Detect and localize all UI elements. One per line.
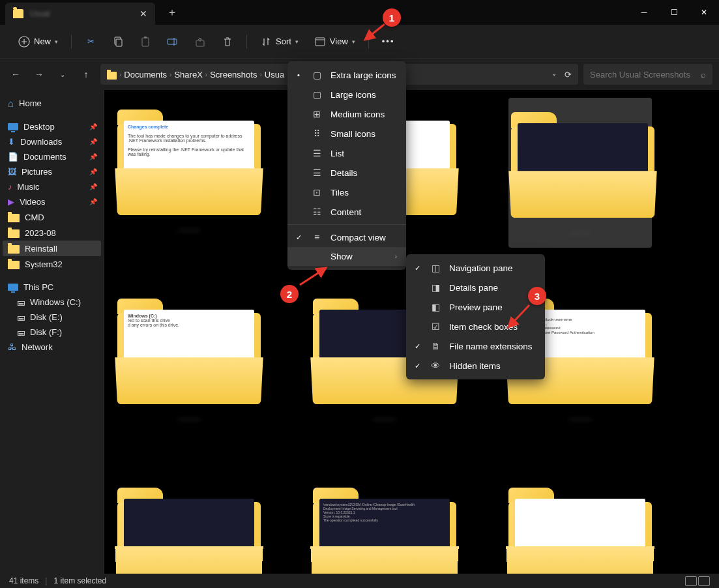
- chevron-down-icon: ▾: [295, 38, 299, 45]
- checkbox-icon: ☑: [430, 321, 441, 332]
- show-hidden[interactable]: ✓👁Hidden items: [406, 356, 545, 375]
- annotation-callout-2: 2: [280, 285, 299, 303]
- view-medium[interactable]: ⊞Medium icons: [287, 104, 406, 124]
- pin-icon: 📌: [89, 123, 97, 130]
- view-content[interactable]: ☷Content: [287, 202, 406, 222]
- folder-item[interactable]: Changes completeThe tool has made change…: [117, 98, 261, 248]
- delete-button[interactable]: [215, 32, 240, 51]
- new-tab-button[interactable]: ＋: [167, 6, 177, 20]
- titlebar: Usual ✕ ＋ ─ ☐ ✕: [0, 0, 719, 25]
- sidebar: ⌂Home Desktop📌 ⬇Downloads📌 📄Documents📌 🖼…: [0, 90, 104, 574]
- sidebar-folder[interactable]: Reinstall: [3, 241, 101, 256]
- sidebar-videos[interactable]: ▶Videos📌: [3, 194, 101, 209]
- view-show[interactable]: Show›: [287, 247, 406, 266]
- chevron-down-icon: ▾: [55, 38, 58, 45]
- breadcrumb-item[interactable]: Screenshots: [210, 70, 257, 80]
- window-controls: ─ ☐ ✕: [629, 0, 719, 25]
- view-list[interactable]: ☰List: [287, 143, 406, 163]
- paste-button[interactable]: [133, 32, 158, 51]
- sidebar-drive[interactable]: 🖴Disk (E:): [3, 310, 101, 325]
- folder-item[interactable]: [508, 476, 652, 574]
- svg-rect-3: [142, 38, 149, 46]
- sidebar-music[interactable]: ♪Music📌: [3, 179, 101, 194]
- sidebar-documents[interactable]: 📄Documents📌: [3, 149, 101, 164]
- toolbar: New ▾ ✂ Sort ▾ View ▾ •••: [0, 25, 719, 59]
- sidebar-folder[interactable]: 2023-08: [3, 225, 101, 241]
- sidebar-downloads[interactable]: ⬇Downloads📌: [3, 134, 101, 149]
- pane-icon: ◨: [430, 282, 441, 293]
- sort-button[interactable]: Sort ▾: [254, 32, 305, 51]
- view-dropdown: •▢Extra large icons ▢Large icons ⊞Medium…: [287, 61, 406, 270]
- file-icon: 🗎: [430, 341, 441, 351]
- show-extensions[interactable]: ✓🗎File name extensions: [406, 336, 545, 356]
- sidebar-home[interactable]: ⌂Home: [3, 95, 101, 111]
- pin-icon: 📌: [89, 138, 97, 145]
- view-extra-large[interactable]: •▢Extra large icons: [287, 65, 406, 85]
- view-button[interactable]: View ▾: [308, 32, 362, 51]
- annotation-callout-1: 1: [383, 8, 401, 27]
- video-icon: ▶: [8, 197, 14, 207]
- sidebar-folder[interactable]: CMD: [3, 209, 101, 225]
- folder-item[interactable]: [117, 476, 261, 574]
- sidebar-desktop[interactable]: Desktop📌: [3, 119, 101, 134]
- folder-icon: [13, 9, 23, 18]
- folder-item[interactable]: \windows\system32\DISM /Online /Cleanup-…: [313, 476, 456, 574]
- annotation-callout-3: 3: [528, 287, 546, 305]
- sidebar-thispc[interactable]: This PC: [3, 280, 101, 295]
- sidebar-network[interactable]: 🖧Network: [3, 340, 101, 355]
- cut-icon: ✂: [85, 36, 96, 48]
- new-button[interactable]: New ▾: [12, 32, 65, 51]
- tiles-icon: ⊡: [311, 187, 323, 198]
- refresh-button[interactable]: ⟳: [565, 70, 572, 80]
- grid-icon: ▢: [311, 70, 323, 80]
- annotation-arrow-1: [361, 23, 387, 42]
- sidebar-pictures[interactable]: 🖼Pictures📌: [3, 164, 101, 179]
- breadcrumb-item[interactable]: ShareX: [174, 70, 202, 80]
- drive-icon: 🖴: [17, 313, 25, 322]
- address-dropdown[interactable]: ⌄: [551, 70, 557, 80]
- annotation-arrow-2: [297, 265, 330, 287]
- view-tiles[interactable]: ⊡Tiles: [287, 183, 406, 202]
- rename-button[interactable]: [160, 32, 185, 51]
- copy-button[interactable]: [106, 32, 130, 51]
- search-input[interactable]: [590, 70, 701, 80]
- sidebar-drive[interactable]: 🖴Disk (F:): [3, 325, 101, 340]
- paste-icon: [139, 36, 151, 48]
- breadcrumb-item[interactable]: Documents: [124, 70, 167, 80]
- share-button[interactable]: [188, 32, 213, 51]
- search-box[interactable]: ⌕: [583, 64, 712, 85]
- sidebar-folder[interactable]: System32: [3, 256, 101, 272]
- up-button[interactable]: ↑: [77, 65, 95, 83]
- show-nav-pane[interactable]: ✓◫Navigation pane: [406, 258, 545, 278]
- close-button[interactable]: ✕: [689, 0, 719, 25]
- svg-line-10: [508, 305, 529, 327]
- svg-rect-2: [116, 39, 122, 46]
- back-button[interactable]: ←: [7, 65, 25, 83]
- home-icon: ⌂: [8, 98, 14, 109]
- view-large[interactable]: ▢Large icons: [287, 85, 406, 104]
- folder-icon: [8, 214, 20, 222]
- pane-icon: ◫: [430, 263, 441, 273]
- folder-item-selected[interactable]: _____: [508, 98, 652, 248]
- breadcrumb-item[interactable]: Usua: [265, 70, 284, 80]
- forward-button[interactable]: →: [30, 65, 48, 83]
- active-tab[interactable]: Usual ✕: [5, 3, 155, 25]
- thumbnails-view-toggle[interactable]: [698, 576, 710, 586]
- view-compact[interactable]: ✓≡Compact view: [287, 228, 406, 247]
- tab-close-button[interactable]: ✕: [139, 8, 147, 19]
- maximize-button[interactable]: ☐: [659, 0, 689, 25]
- view-small[interactable]: ⠿Small icons: [287, 124, 406, 143]
- folder-item[interactable]: Windows (C:)red to scan this drived any …: [117, 287, 261, 437]
- folder-icon: [8, 245, 20, 254]
- cut-button[interactable]: ✂: [78, 32, 103, 51]
- sidebar-drive[interactable]: 🖴Windows (C:): [3, 295, 101, 310]
- status-bar: 41 items | 1 item selected: [0, 574, 719, 588]
- minimize-button[interactable]: ─: [629, 0, 659, 25]
- document-icon: 📄: [8, 152, 18, 162]
- recent-button[interactable]: ⌄: [53, 65, 72, 83]
- view-details[interactable]: ☰Details: [287, 163, 406, 183]
- svg-line-9: [300, 268, 326, 285]
- eye-icon: 👁: [430, 360, 441, 371]
- show-details-pane[interactable]: ◨Details pane: [406, 278, 545, 297]
- details-view-toggle[interactable]: [685, 576, 697, 586]
